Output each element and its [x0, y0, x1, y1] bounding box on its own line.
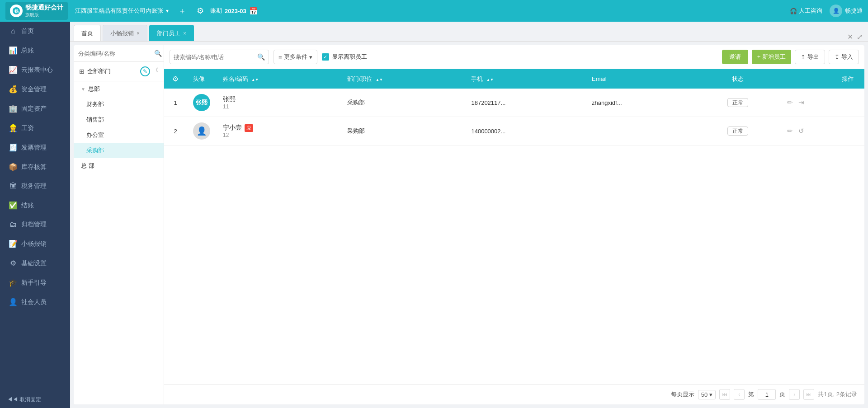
- dept-node-label: 办公室: [86, 131, 104, 139]
- sidebar-item-settings[interactable]: ⚙ 基础设置: [0, 253, 70, 273]
- sidebar-item-home[interactable]: ⌂ 首页: [0, 22, 70, 41]
- export-label: 导出: [807, 53, 819, 61]
- tab-dept-employee-close[interactable]: ×: [183, 30, 186, 37]
- table-header-row: ⚙ 头像 姓名/编码 ▲▼ 部门/职位: [164, 69, 864, 89]
- dept-node-zongbu[interactable]: ▼ 总部: [74, 81, 164, 97]
- dept-sort-icon[interactable]: ▲▼: [376, 78, 383, 82]
- sidebar-item-archive[interactable]: 🗂 归档管理: [0, 215, 70, 234]
- tab-dept-employee[interactable]: 部门员工 ×: [149, 25, 194, 41]
- edit-button-2[interactable]: ✏: [787, 127, 793, 135]
- invite-button[interactable]: 邀请: [722, 50, 748, 64]
- dept-node-finance[interactable]: 财务部: [74, 97, 164, 112]
- dept-node-label: 总 部: [81, 162, 94, 170]
- headset-icon: 🎧: [790, 8, 797, 14]
- add-employee-button[interactable]: + 新增员工: [752, 50, 791, 64]
- tab-home[interactable]: 首页: [74, 25, 101, 41]
- logo-text-block: 畅捷通好会计 旗舰版: [25, 4, 63, 18]
- user-avatar: 👤: [830, 5, 842, 17]
- name-sort-icon[interactable]: ▲▼: [251, 78, 259, 82]
- filter-button[interactable]: ≡ 更多条件 ▾: [274, 50, 317, 64]
- content-area: 首页 小畅报销 × 部门员工 × ✕ ⤢ 🔍: [70, 22, 868, 408]
- dept-node-zongbu2[interactable]: 总 部: [74, 158, 164, 174]
- dept-tree: 🔍 ⊞ 全部部门 ✎ 《 ▼ 总部: [74, 45, 164, 404]
- export-button[interactable]: ↥ 导出: [795, 50, 825, 64]
- dept-collapse-button[interactable]: 《: [153, 66, 158, 76]
- sidebar-label-home: 首页: [21, 27, 34, 35]
- add-button[interactable]: ＋: [176, 5, 189, 17]
- dept-header: ⊞ 全部部门 ✎ 《: [74, 62, 164, 81]
- pagination: 每页显示 50 ▾ ⏮ ‹ 第 页 › ⏭ 共1页, 2条记录: [164, 384, 864, 404]
- logo-icon: 畅: [10, 5, 23, 17]
- sidebar-item-guide[interactable]: 🎓 新手引导: [0, 273, 70, 292]
- logout-button-1[interactable]: ⇥: [798, 98, 804, 107]
- table-header-phone[interactable]: 手机 ▲▼: [465, 69, 585, 89]
- name-col-label: 姓名/编码: [223, 75, 248, 82]
- company-selector[interactable]: 江西服宝精品有限责任公司内账张 ▾: [75, 7, 169, 15]
- sidebar-item-salary[interactable]: 👷 工资: [0, 118, 70, 138]
- employee-search-icon[interactable]: 🔍: [257, 53, 265, 61]
- sidebar-item-ledger[interactable]: 📊 总账: [0, 41, 70, 60]
- tab-expense-close[interactable]: ×: [137, 30, 140, 37]
- sidebar-item-tax[interactable]: 🏛 税务管理: [0, 177, 70, 196]
- table-header-actions: 操作: [781, 69, 864, 89]
- import-button[interactable]: ↧ 导入: [829, 50, 859, 64]
- dept-search-input[interactable]: [78, 50, 154, 57]
- table-header-settings[interactable]: ⚙: [164, 69, 187, 89]
- calendar-icon[interactable]: 📅: [249, 7, 258, 15]
- sidebar-label-salary: 工资: [21, 124, 34, 132]
- sidebar-label-invoice: 发票管理: [21, 144, 47, 152]
- tab-minimize-icon[interactable]: ✕: [847, 33, 853, 41]
- tab-maximize-icon[interactable]: ⤢: [857, 33, 863, 41]
- sidebar-item-inventory[interactable]: 📦 库存核算: [0, 157, 70, 177]
- dept-node-purchase[interactable]: 采购部: [74, 143, 164, 158]
- dept-node-label: 销售部: [86, 116, 104, 124]
- last-page-button[interactable]: ⏭: [803, 389, 814, 400]
- prev-page-button[interactable]: ‹: [734, 389, 745, 400]
- sidebar-item-close[interactable]: ✅ 结账: [0, 196, 70, 215]
- cancel-fixed-button[interactable]: ◀◀ 取消固定: [0, 391, 70, 408]
- dept-header-actions: ✎ 《: [140, 66, 158, 76]
- sidebar-item-assets[interactable]: 🏢 固定资产: [0, 99, 70, 118]
- show-resigned-checkbox[interactable]: ✓ 显示离职员工: [322, 53, 367, 61]
- page-content: 🔍 ⊞ 全部部门 ✎ 《 ▼ 总部: [74, 45, 864, 404]
- sidebar: ⌂ 首页 📊 总账 📈 云报表中心 💰 资金管理 🏢 固定资产 👷 工资 🧾 发…: [0, 22, 70, 408]
- employee-toolbar: 🔍 ≡ 更多条件 ▾ ✓ 显示离职员工 邀请: [164, 45, 864, 69]
- sidebar-item-invoice[interactable]: 🧾 发票管理: [0, 138, 70, 157]
- edit-button-1[interactable]: ✏: [787, 98, 793, 107]
- dept-search-icon[interactable]: 🔍: [154, 50, 162, 57]
- company-dropdown-icon[interactable]: ▾: [166, 8, 169, 14]
- dept-node-label: 总部: [88, 85, 100, 93]
- toolbar-right: 邀请 + 新增员工 ↥ 导出 ↧ 导入: [722, 50, 859, 64]
- page-number-input[interactable]: [758, 389, 776, 400]
- employee-search-input[interactable]: [174, 54, 257, 61]
- tab-expense[interactable]: 小畅报销 ×: [103, 25, 147, 41]
- employee-code-1: 11: [223, 103, 335, 110]
- add-employee-label: + 新增员工: [757, 53, 786, 61]
- phone-sort-icon[interactable]: ▲▼: [486, 78, 494, 82]
- next-page-button[interactable]: ›: [789, 389, 800, 400]
- sidebar-item-reports[interactable]: 📈 云报表中心: [0, 60, 70, 80]
- sidebar-item-social[interactable]: 👤 社会人员: [0, 292, 70, 312]
- row-name-1: 张熙 11: [217, 89, 341, 117]
- row-name-2: 宁小壹 应 12: [217, 117, 341, 145]
- service-button[interactable]: 🎧 人工咨询: [790, 7, 822, 15]
- logo-title: 畅捷通好会计: [25, 4, 63, 12]
- per-page-select[interactable]: 50 ▾: [698, 390, 716, 399]
- first-page-button[interactable]: ⏮: [719, 389, 730, 400]
- delete-button-2[interactable]: ↺: [798, 127, 804, 135]
- dept-node-sales[interactable]: 销售部: [74, 112, 164, 127]
- settings-button[interactable]: ⚙: [194, 5, 207, 17]
- dept-add-button[interactable]: ✎: [140, 66, 150, 76]
- dept-node-office[interactable]: 办公室: [74, 127, 164, 143]
- svg-text:畅: 畅: [14, 9, 19, 14]
- table-header-name[interactable]: 姓名/编码 ▲▼: [217, 69, 341, 89]
- per-page-dropdown-icon: ▾: [709, 391, 712, 398]
- sidebar-label-assets: 固定资产: [21, 105, 47, 113]
- table-header-dept[interactable]: 部门/职位 ▲▼: [341, 69, 465, 89]
- table-settings-icon[interactable]: ⚙: [172, 75, 179, 83]
- sidebar-item-funds[interactable]: 💰 资金管理: [0, 80, 70, 99]
- company-name: 江西服宝精品有限责任公司内账张: [75, 7, 163, 15]
- sidebar-item-expense[interactable]: 📝 小畅报销: [0, 234, 70, 253]
- avatar-img-2: 👤: [193, 122, 210, 140]
- expand-icon: ▼: [81, 87, 85, 92]
